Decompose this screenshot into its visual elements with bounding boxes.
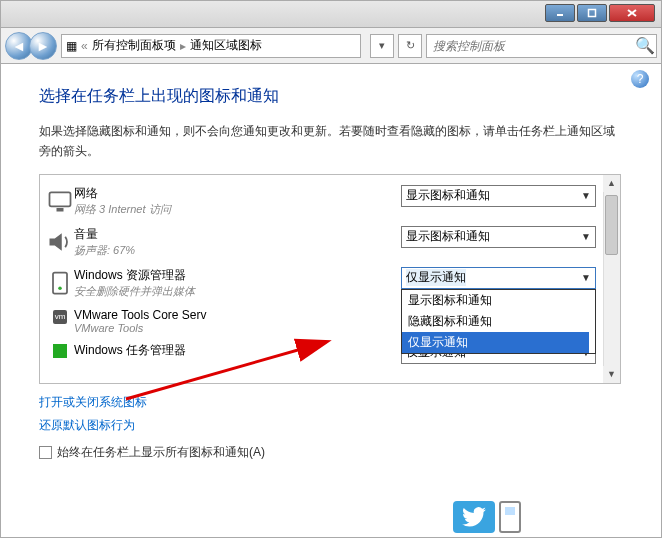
scroll-thumb[interactable] [605, 195, 618, 255]
icon-list: ▲ ▼ 网络 网络 3 Internet 访问 显示图标和通知 ▼ [39, 174, 621, 384]
search-input[interactable] [427, 39, 634, 53]
taskmgr-icon [46, 342, 74, 358]
scroll-down-button[interactable]: ▼ [603, 366, 620, 383]
content-pane: ? 选择在任务栏上出现的图标和通知 如果选择隐藏图标和通知，则不会向您通知更改和… [0, 64, 662, 538]
watermark [453, 501, 521, 533]
page-description: 如果选择隐藏图标和通知，则不会向您通知更改和更新。若要随时查看隐藏的图标，请单击… [39, 121, 621, 162]
crumb-root[interactable]: 所有控制面板项 [92, 37, 176, 54]
vmware-icon: vm [46, 308, 74, 324]
close-button[interactable] [609, 4, 655, 22]
minimize-button[interactable] [545, 4, 575, 22]
list-item-explorer: Windows 资源管理器 安全删除硬件并弹出媒体 仅显示通知 ▼ 显示图标和通… [46, 263, 602, 304]
item-sub: 安全删除硬件并弹出媒体 [74, 284, 234, 299]
crumb-current[interactable]: 通知区域图标 [190, 37, 262, 54]
dropdown-option[interactable]: 显示图标和通知 [402, 290, 595, 311]
window-titlebar [0, 0, 662, 28]
checkbox-label: 始终在任务栏上显示所有图标和通知(A) [57, 444, 265, 461]
checkbox[interactable] [39, 446, 52, 459]
maximize-button[interactable] [577, 4, 607, 22]
list-item-volume: 音量 扬声器: 67% 显示图标和通知 ▼ [46, 222, 602, 263]
page-title: 选择在任务栏上出现的图标和通知 [39, 86, 651, 107]
item-name: Windows 资源管理器 [74, 267, 234, 284]
link-restore-defaults[interactable]: 还原默认图标行为 [39, 417, 651, 434]
link-system-icons[interactable]: 打开或关闭系统图标 [39, 394, 651, 411]
help-icon[interactable]: ? [631, 70, 649, 88]
item-sub: 网络 3 Internet 访问 [74, 202, 234, 217]
dropdown-arrow[interactable]: ▾ [370, 34, 394, 58]
dropdown-option-selected[interactable]: 仅显示通知 [402, 332, 589, 353]
scrollbar[interactable]: ▲ ▼ [603, 175, 620, 383]
speaker-icon [46, 226, 74, 259]
list-item-network: 网络 网络 3 Internet 访问 显示图标和通知 ▼ [46, 181, 602, 222]
always-show-checkbox-row[interactable]: 始终在任务栏上显示所有图标和通知(A) [39, 444, 651, 461]
item-sub: VMware Tools [74, 322, 234, 334]
svg-marker-6 [50, 233, 62, 251]
item-name: VMware Tools Core Serv [74, 308, 234, 322]
item-name: 音量 [74, 226, 234, 243]
behavior-select-network[interactable]: 显示图标和通知 ▼ [401, 185, 596, 207]
svg-rect-4 [50, 192, 71, 206]
control-panel-icon: ▦ [66, 39, 77, 53]
chevron-down-icon: ▼ [581, 231, 591, 242]
breadcrumb[interactable]: ▦ « 所有控制面板项 ▸ 通知区域图标 [61, 34, 361, 58]
chevron-down-icon: ▼ [581, 190, 591, 201]
item-name: 网络 [74, 185, 234, 202]
svg-rect-5 [57, 208, 64, 212]
svg-rect-7 [53, 272, 67, 293]
svg-rect-1 [589, 10, 596, 17]
item-name: Windows 任务管理器 [74, 342, 234, 359]
scroll-up-button[interactable]: ▲ [603, 175, 620, 192]
chevron-down-icon: ▼ [581, 272, 591, 283]
address-bar-row: ◄ ► ▦ « 所有控制面板项 ▸ 通知区域图标 ▾ ↻ 🔍 [0, 28, 662, 64]
search-box[interactable]: 🔍 [426, 34, 657, 58]
chevron-right-icon: ▸ [180, 39, 186, 53]
search-icon[interactable]: 🔍 [634, 36, 656, 55]
dropdown-option[interactable]: 隐藏图标和通知 [402, 311, 595, 332]
twitter-icon [453, 501, 495, 533]
behavior-select-volume[interactable]: 显示图标和通知 ▼ [401, 226, 596, 248]
refresh-button[interactable]: ↻ [398, 34, 422, 58]
svg-point-8 [58, 286, 62, 290]
dropdown-list: 显示图标和通知 隐藏图标和通知 仅显示通知 [401, 289, 596, 354]
usb-eject-icon [46, 267, 74, 300]
network-icon [46, 185, 74, 218]
behavior-select-explorer[interactable]: 仅显示通知 ▼ 显示图标和通知 隐藏图标和通知 仅显示通知 [401, 267, 596, 289]
forward-button[interactable]: ► [29, 32, 57, 60]
item-sub: 扬声器: 67% [74, 243, 234, 258]
monitor-icon [499, 501, 521, 533]
